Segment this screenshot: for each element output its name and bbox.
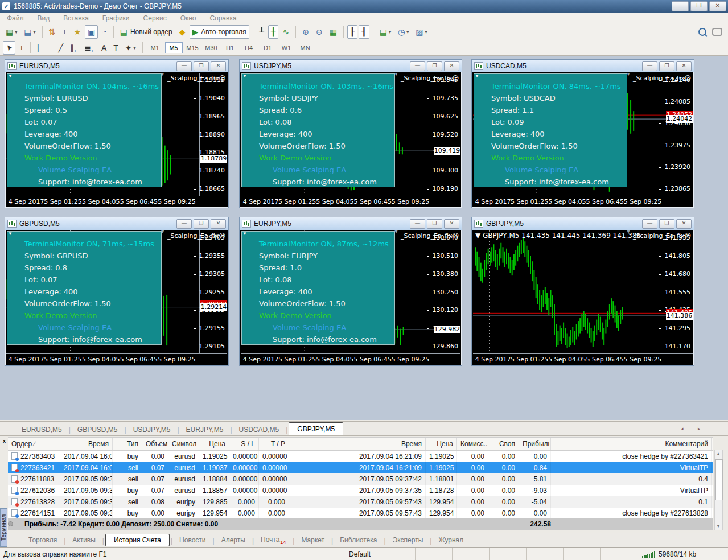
horizontal-line-button[interactable]: ─ [43,41,55,55]
periods-button[interactable]: ◷▾ [395,25,412,39]
chart-area-usdcad[interactable]: ▼1.241401.240851.240301.239751.239201.23… [473,73,693,207]
zoom-out-button[interactable]: ⊖ [313,25,326,39]
history-row[interactable]: 2273634032017.09.04 16:01:07buy0.00eurus… [8,451,713,462]
column-header-10[interactable]: Комисс... [457,438,488,450]
menu-Вид[interactable]: Вид [31,14,57,22]
terminal-side-tab[interactable]: Терминал [0,508,7,547]
timeframe-M5[interactable]: M5 [165,42,183,53]
minimize-button[interactable]: — [672,1,689,11]
menu-Сервис[interactable]: Сервис [137,14,174,22]
terminal-tab-Журнал[interactable]: Журнал [433,534,469,546]
menu-Справка[interactable]: Справка [203,14,244,22]
search-icon[interactable] [698,28,706,36]
symbol-dropdown-icon[interactable]: ▼ [242,231,247,236]
equidistant-channel-button[interactable]: ∥E [67,41,80,55]
column-header-4[interactable]: Символ [168,438,199,450]
smiley-icon[interactable]: ☺ [685,232,691,240]
scroll-up-icon[interactable]: ▲ [716,451,721,456]
tabs-scroll-left-icon[interactable]: ◂ [681,426,684,431]
symbol-dropdown-icon[interactable]: ▼ [242,73,247,79]
chevron-down-icon[interactable]: ▾ [33,30,35,35]
terminal-button[interactable]: ▣ [85,25,98,39]
chart-restore-button[interactable]: ❐ [659,61,674,71]
chart-area-gbpjpy[interactable]: ▼141.935141.805141.680141.555141.425141.… [473,230,693,364]
history-row[interactable]: 2276118832017.09.05 09:36:32sell0.07euru… [8,473,713,485]
terminal-close-icon[interactable]: x [1,438,7,444]
text-label-button[interactable]: T [110,41,121,55]
terminal-tab-Почта[interactable]: Почта14 [255,534,291,547]
autotrading-button[interactable]: ▶Авто-торговля [190,25,249,39]
bar-chart-type-button[interactable]: ┸ [257,25,267,39]
chevron-down-icon[interactable]: ▾ [15,30,17,35]
metaeditor-button[interactable]: ◆ [176,25,188,39]
data-window-button[interactable]: + [59,25,69,39]
chart-close-button[interactable]: ✕ [211,61,226,71]
chart-minimize-button[interactable]: — [176,61,192,71]
column-header-6[interactable]: S / L [229,438,259,450]
timeframe-D1[interactable]: D1 [259,42,277,53]
chart-area-gbpusd[interactable]: ▼1.294051.293551.293051.292551.292051.29… [6,230,227,364]
tile-windows-button[interactable]: ▦ [327,25,340,39]
navigator-button[interactable]: ★ [71,25,84,39]
terminal-tab-Новости[interactable]: Новости [174,534,211,546]
terminal-tab-Торговля[interactable]: Торговля [23,534,63,546]
chart-area-eurjpy[interactable]: ▼130.640130.510130.380130.250130.120129.… [241,230,460,364]
smiley-icon[interactable]: ☺ [685,75,691,82]
menu-Окно[interactable]: Окно [174,14,203,22]
column-header-13[interactable]: Комментарий [551,438,712,450]
cursor-button[interactable]: ➤ [3,41,15,55]
timeframe-M15[interactable]: M15 [184,42,201,53]
chevron-down-icon[interactable]: ▾ [425,30,427,35]
timeframe-H4[interactable]: H4 [240,42,258,53]
arrows-button[interactable]: ✦▾ [122,41,139,55]
timeframe-M30[interactable]: M30 [203,42,220,53]
terminal-tab-Маркет[interactable]: Маркет [295,534,330,546]
auto-scroll-button[interactable]: ┠ [347,25,357,39]
menu-Файл[interactable]: Файл [0,14,31,22]
chart-tab-EURJPY,M5[interactable]: EURJPY,M5 [180,423,229,435]
chart-close-button[interactable]: ✕ [444,219,459,229]
column-header-9[interactable]: Цена [426,438,457,450]
terminal-tab-История Счета[interactable]: История Счета [105,534,170,546]
terminal-tab-Библиотека[interactable]: Библиотека [334,534,382,546]
column-header-1[interactable]: Время [60,438,113,450]
menu-Графики[interactable]: Графики [96,14,137,22]
chart-minimize-button[interactable]: — [410,219,425,229]
smiley-icon[interactable]: ☺ [219,232,225,240]
indicators-button[interactable]: ▤▾ [377,25,394,39]
chart-minimize-button[interactable]: — [176,219,192,229]
column-header-8[interactable]: Время [289,438,426,450]
scroll-down-icon[interactable]: ▼ [716,524,721,529]
history-row[interactable]: 2273634212017.09.04 16:01:08sell0.07euru… [8,462,713,473]
chart-restore-button[interactable]: ❐ [427,219,442,229]
symbol-dropdown-icon[interactable]: ▼ [8,73,13,79]
menu-Вставка[interactable]: Вставка [56,14,96,22]
templates-button[interactable]: ▨▾ [413,25,430,39]
terminal-tab-Эксперты[interactable]: Эксперты [387,534,429,546]
chart-close-button[interactable]: ✕ [676,61,692,71]
chart-close-button[interactable]: ✕ [676,219,692,229]
strategy-tester-button[interactable]: ◔ [99,25,109,39]
history-row[interactable]: 2276141512017.09.05 09:37:42buy0.00eurjp… [8,508,713,519]
crosshair-button[interactable]: + [17,41,27,55]
restore-button[interactable]: ❐ [690,1,708,11]
smiley-icon[interactable]: ☺ [453,75,459,82]
new-chart-button[interactable]: ▦▾ [3,25,20,39]
chart-restore-button[interactable]: ❐ [659,219,674,229]
trend-line-button[interactable]: ╱ [55,41,65,55]
terminal-tab-Алерты[interactable]: Алерты [216,534,251,546]
tabs-scroll-right-icon[interactable]: ▸ [698,426,701,431]
column-header-3[interactable]: Объем [142,438,168,450]
column-header-11[interactable]: Своп [488,438,519,450]
new-order-button[interactable]: ▤Новый ордер [117,25,175,39]
chart-restore-button[interactable]: ❐ [194,219,209,229]
chart-area-usdjpy[interactable]: ▼109.845109.735109.625109.520109.410109.… [241,73,460,207]
timeframe-MN[interactable]: MN [297,42,314,53]
close-button[interactable]: ✕ [709,1,726,11]
chevron-down-icon[interactable]: ▾ [406,30,409,35]
vertical-line-button[interactable]: | [34,41,42,55]
column-header-5[interactable]: Цена [199,438,229,450]
scrollbar-thumb[interactable] [715,459,723,500]
candle-chart-type-button[interactable]: ╂ [268,25,278,39]
text-button[interactable]: A [98,41,109,55]
